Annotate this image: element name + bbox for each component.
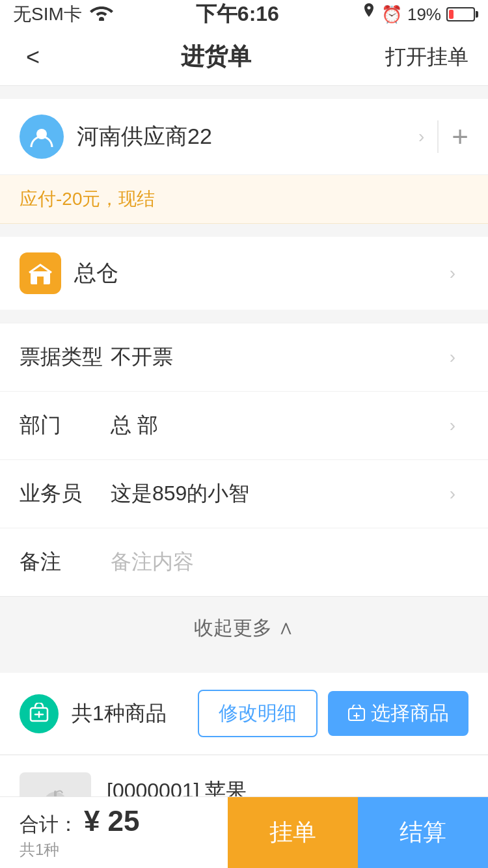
section-divider-1 <box>0 86 488 99</box>
wifi-icon <box>90 4 113 25</box>
nav-bar: < 进货单 打开挂单 <box>0 29 488 86</box>
note-placeholder: 备注内容 <box>111 548 468 576</box>
battery-text: 19% <box>407 5 441 25</box>
select-product-button[interactable]: 选择商品 <box>328 691 468 736</box>
total-count: 共1种 <box>20 839 208 860</box>
section-divider-2 <box>0 224 488 237</box>
warehouse-row[interactable]: 总仓 › <box>0 237 488 310</box>
invoice-value: 不开票 <box>111 343 450 372</box>
invoice-label: 票据类型 <box>20 343 111 372</box>
checkout-button[interactable]: 结算 <box>358 797 488 869</box>
collapse-more-button[interactable]: 收起更多 ∧ <box>0 596 488 660</box>
open-hang-button[interactable]: 打开挂单 <box>385 43 468 72</box>
product-header: 共1种商品 修改明细 选择商品 <box>0 673 488 755</box>
supplier-avatar <box>20 115 64 159</box>
supplier-divider <box>437 120 439 153</box>
invoice-type-row[interactable]: 票据类型 不开票 › <box>0 323 488 391</box>
alarm-icon: ⏰ <box>381 5 402 25</box>
battery-icon <box>446 7 475 21</box>
supplier-row[interactable]: 河南供应商22 › + <box>0 99 488 175</box>
note-row[interactable]: 备注 备注内容 <box>0 528 488 596</box>
back-button[interactable]: < <box>20 37 46 77</box>
svg-rect-2 <box>37 277 44 284</box>
total-amount: ¥ 25 <box>84 805 140 837</box>
total-row: 合计： ¥ 25 <box>20 805 208 838</box>
invoice-chevron-icon: › <box>450 347 455 368</box>
supplier-name: 河南供应商22 <box>77 122 418 152</box>
balance-notice: 应付-20元，现结 <box>0 175 488 224</box>
status-left: 无SIM卡 <box>13 2 113 27</box>
warehouse-icon <box>20 252 61 294</box>
product-count-icon <box>20 694 59 733</box>
dept-chevron-icon: › <box>450 415 455 436</box>
carrier-text: 无SIM卡 <box>13 2 82 27</box>
dept-value: 总 部 <box>111 411 450 440</box>
total-label: 合计： <box>20 813 78 835</box>
add-icon[interactable]: + <box>452 120 468 153</box>
bottom-bar: 合计： ¥ 25 共1种 挂单 结算 <box>0 796 488 868</box>
dept-label: 部门 <box>20 411 111 440</box>
total-section: 合计： ¥ 25 共1种 <box>0 805 228 860</box>
note-label: 备注 <box>20 548 111 576</box>
section-divider-3 <box>0 310 488 323</box>
status-bar: 无SIM卡 下午6:16 ⏰ 19% <box>0 0 488 29</box>
modify-detail-button[interactable]: 修改明细 <box>198 690 318 737</box>
dept-row[interactable]: 部门 总 部 › <box>0 391 488 459</box>
sales-row[interactable]: 业务员 这是859的小智 › <box>0 459 488 528</box>
warehouse-chevron-icon: › <box>450 263 455 284</box>
status-right: ⏰ 19% <box>362 3 475 26</box>
supplier-chevron-icon: › <box>418 126 424 147</box>
sales-value: 这是859的小智 <box>111 480 450 508</box>
page-title: 进货单 <box>46 41 385 73</box>
product-count-text: 共1种商品 <box>72 699 198 728</box>
sales-chevron-icon: › <box>450 483 455 504</box>
status-time: 下午6:16 <box>196 0 279 29</box>
hang-button[interactable]: 挂单 <box>228 797 358 869</box>
sales-label: 业务员 <box>20 480 111 508</box>
location-icon <box>362 3 376 26</box>
warehouse-name: 总仓 <box>74 258 450 288</box>
select-product-label: 选择商品 <box>371 700 449 727</box>
